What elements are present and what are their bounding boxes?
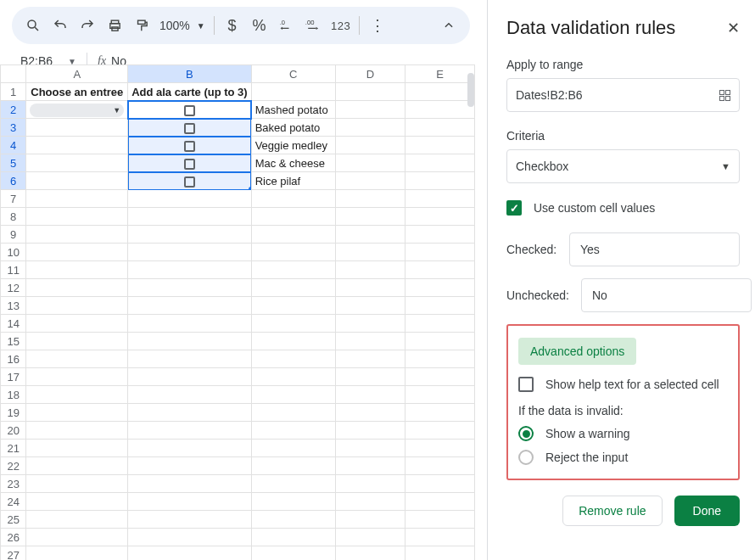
cell[interactable] <box>251 475 335 493</box>
cell[interactable] <box>405 101 474 119</box>
row-header[interactable]: 11 <box>1 261 26 279</box>
col-header[interactable]: C <box>251 65 335 83</box>
cell[interactable] <box>405 297 474 315</box>
cell[interactable] <box>405 261 474 279</box>
cell[interactable] <box>128 315 252 333</box>
redo-icon[interactable] <box>75 13 100 38</box>
row-header[interactable]: 22 <box>1 457 26 475</box>
row-header[interactable]: 8 <box>1 208 26 226</box>
select-range-icon[interactable] <box>719 90 730 101</box>
cell[interactable] <box>128 511 252 529</box>
row-header[interactable]: 15 <box>1 333 26 350</box>
cell[interactable] <box>128 475 252 493</box>
cell[interactable] <box>128 422 252 440</box>
row-header[interactable]: 4 <box>1 137 26 154</box>
apply-range-field[interactable] <box>516 88 719 102</box>
cell[interactable] <box>405 226 474 244</box>
col-header[interactable]: D <box>335 65 405 83</box>
cell[interactable] <box>26 297 128 315</box>
cell[interactable] <box>335 172 405 190</box>
remove-rule-button[interactable]: Remove rule <box>562 496 662 526</box>
done-button[interactable]: Done <box>674 496 740 526</box>
cell[interactable] <box>26 546 128 561</box>
row-header[interactable]: 6 <box>1 172 26 190</box>
cell[interactable] <box>405 546 474 561</box>
row-header[interactable]: 16 <box>1 350 26 368</box>
cell[interactable] <box>405 119 474 137</box>
cell[interactable] <box>335 279 405 297</box>
cell[interactable] <box>335 137 405 154</box>
cell[interactable] <box>405 154 474 172</box>
cell[interactable] <box>335 315 405 333</box>
collapse-toolbar-icon[interactable] <box>436 13 461 38</box>
zoom-select[interactable]: 100% ▼ <box>156 19 209 32</box>
cell[interactable] <box>26 190 128 208</box>
cell[interactable] <box>26 529 128 546</box>
custom-values-checkbox[interactable] <box>506 200 522 216</box>
cell[interactable] <box>251 457 335 475</box>
criteria-select[interactable]: Checkbox ▼ <box>506 149 740 183</box>
cell[interactable] <box>335 440 405 457</box>
cell[interactable] <box>26 137 128 154</box>
cell[interactable] <box>128 137 252 154</box>
row-header[interactable]: 17 <box>1 368 26 386</box>
percent-icon[interactable]: % <box>247 13 272 38</box>
cell[interactable] <box>405 315 474 333</box>
row-header[interactable]: 3 <box>1 119 26 137</box>
row-header[interactable]: 24 <box>1 493 26 511</box>
cell[interactable] <box>251 190 335 208</box>
cell[interactable] <box>405 493 474 511</box>
cell[interactable] <box>128 279 252 297</box>
cell[interactable]: Baked potato <box>251 119 335 137</box>
cell[interactable] <box>26 422 128 440</box>
cell[interactable] <box>335 511 405 529</box>
cell[interactable] <box>251 440 335 457</box>
cell[interactable] <box>26 154 128 172</box>
cell[interactable] <box>128 546 252 561</box>
cell[interactable]: Mashed potato <box>251 101 335 119</box>
cell[interactable] <box>405 190 474 208</box>
checkbox-icon[interactable] <box>184 159 195 170</box>
row-header[interactable]: 26 <box>1 529 26 546</box>
cell[interactable] <box>405 83 474 101</box>
row-header[interactable]: 21 <box>1 440 26 457</box>
cell[interactable] <box>128 190 252 208</box>
cell[interactable] <box>128 457 252 475</box>
cell[interactable] <box>251 386 335 404</box>
cell[interactable] <box>251 493 335 511</box>
checkbox-icon[interactable] <box>184 105 195 116</box>
cell[interactable] <box>128 368 252 386</box>
cell[interactable] <box>335 422 405 440</box>
cell[interactable] <box>26 493 128 511</box>
spreadsheet-grid[interactable]: A B C D E 1 Choose an entree Add ala car… <box>0 64 475 560</box>
format-number-icon[interactable]: 123 <box>328 13 354 38</box>
cell[interactable] <box>26 226 128 244</box>
cell[interactable] <box>335 297 405 315</box>
cell[interactable] <box>26 119 128 137</box>
cell[interactable] <box>26 208 128 226</box>
checkbox-icon[interactable] <box>184 176 195 188</box>
select-all-corner[interactable] <box>1 65 26 83</box>
cell[interactable] <box>251 350 335 368</box>
cell[interactable] <box>335 546 405 561</box>
cell[interactable] <box>335 190 405 208</box>
row-header[interactable]: 13 <box>1 297 26 315</box>
cell[interactable] <box>405 457 474 475</box>
cell[interactable] <box>26 333 128 350</box>
cell[interactable] <box>405 529 474 546</box>
apply-range-input[interactable] <box>506 78 740 112</box>
vertical-scrollbar[interactable] <box>467 73 474 107</box>
cell[interactable] <box>251 279 335 297</box>
cell[interactable] <box>335 350 405 368</box>
cell[interactable] <box>26 350 128 368</box>
cell[interactable] <box>335 529 405 546</box>
cell[interactable] <box>128 333 252 350</box>
cell[interactable] <box>405 172 474 190</box>
cell[interactable] <box>405 422 474 440</box>
cell[interactable] <box>251 244 335 261</box>
decrease-decimal-icon[interactable]: .0 <box>274 13 299 38</box>
row-header[interactable]: 18 <box>1 386 26 404</box>
dropdown-chip[interactable]: ▼ <box>30 104 124 117</box>
row-header[interactable]: 14 <box>1 315 26 333</box>
cell[interactable]: Veggie medley <box>251 137 335 154</box>
